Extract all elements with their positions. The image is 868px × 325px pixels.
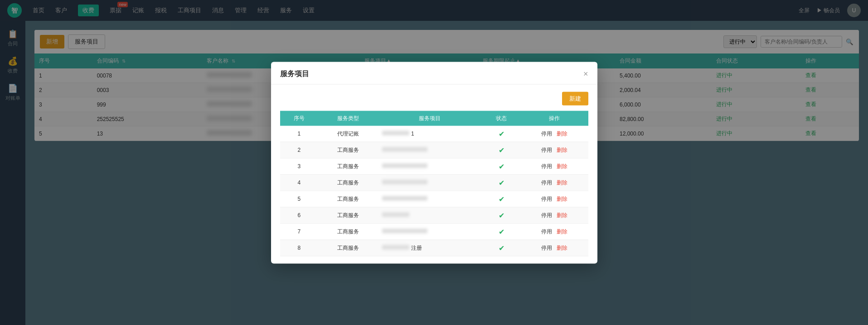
modal-cell-seq: 2 (280, 142, 319, 158)
stop-button[interactable]: 停用 (541, 212, 552, 218)
modal-table-row: 7 工商服务 ✔ 停用 删除 (280, 223, 588, 240)
status-check-icon: ✔ (499, 244, 504, 252)
stop-button[interactable]: 停用 (541, 163, 552, 169)
blurred-content (382, 180, 427, 184)
modal-th-seq: 序号 (280, 111, 319, 126)
modal-cell-service-item (378, 223, 482, 240)
modal-cell-actions: 停用 删除 (521, 175, 588, 191)
status-check-icon: ✔ (499, 146, 504, 154)
modal-cell-service-item: 注册 (378, 240, 482, 256)
modal-cell-service-type: 工商服务 (318, 207, 378, 223)
status-check-icon: ✔ (499, 130, 504, 137)
delete-button[interactable]: 删除 (557, 228, 567, 234)
modal-cell-status: ✔ (482, 240, 521, 256)
modal-table-row: 2 工商服务 ✔ 停用 删除 (280, 142, 588, 158)
modal-cell-actions: 停用 删除 (521, 158, 588, 175)
delete-button[interactable]: 删除 (557, 179, 567, 185)
modal-cell-status: ✔ (482, 191, 521, 207)
status-check-icon: ✔ (499, 195, 504, 203)
modal-cell-service-type: 工商服务 (318, 191, 378, 207)
blurred-content (382, 245, 409, 249)
stop-button[interactable]: 停用 (541, 130, 552, 136)
modal-table-header: 序号 服务类型 服务项目 状态 操作 (280, 111, 588, 126)
modal-table-row: 8 工商服务 注册 ✔ 停用 删除 (280, 240, 588, 256)
modal-th-action: 操作 (521, 111, 588, 126)
modal-cell-service-item (378, 142, 482, 158)
delete-button[interactable]: 删除 (557, 163, 567, 169)
modal-cell-actions: 停用 删除 (521, 223, 588, 240)
blurred-content (382, 164, 427, 168)
new-service-button[interactable]: 新建 (562, 92, 588, 105)
modal-cell-service-item (378, 191, 482, 207)
status-check-icon: ✔ (499, 179, 504, 186)
modal-cell-status: ✔ (482, 223, 521, 240)
modal-title: 服务项目 (280, 69, 309, 78)
modal-cell-actions: 停用 删除 (521, 240, 588, 256)
status-check-icon: ✔ (499, 162, 504, 170)
modal-cell-status: ✔ (482, 158, 521, 175)
service-modal: 服务项目 × 新建 序号 服务类型 服务项目 状态 操作 1 代理记账 1 ✔ … (271, 62, 597, 263)
modal-cell-service-type: 工商服务 (318, 142, 378, 158)
modal-table-row: 1 代理记账 1 ✔ 停用 删除 (280, 126, 588, 142)
modal-cell-status: ✔ (482, 126, 521, 142)
modal-cell-seq: 5 (280, 191, 319, 207)
blurred-content (382, 147, 427, 152)
modal-body: 新建 序号 服务类型 服务项目 状态 操作 1 代理记账 1 ✔ 停用 删除 2… (271, 84, 597, 263)
modal-cell-status: ✔ (482, 207, 521, 223)
modal-cell-seq: 3 (280, 158, 319, 175)
modal-table-row: 3 工商服务 ✔ 停用 删除 (280, 158, 588, 175)
modal-cell-service-type: 代理记账 (318, 126, 378, 142)
modal-cell-status: ✔ (482, 142, 521, 158)
modal-cell-seq: 6 (280, 207, 319, 223)
modal-close-button[interactable]: × (583, 70, 588, 78)
stop-button[interactable]: 停用 (541, 195, 552, 202)
delete-button[interactable]: 删除 (557, 130, 567, 136)
modal-cell-actions: 停用 删除 (521, 191, 588, 207)
modal-cell-service-type: 工商服务 (318, 223, 378, 240)
blurred-content (382, 213, 409, 217)
modal-cell-seq: 8 (280, 240, 319, 256)
delete-button[interactable]: 删除 (557, 212, 567, 218)
modal-cell-status: ✔ (482, 175, 521, 191)
status-check-icon: ✔ (499, 228, 504, 235)
modal-th-service-type: 服务类型 (318, 111, 378, 126)
stop-button[interactable]: 停用 (541, 228, 552, 234)
modal-cell-seq: 7 (280, 223, 319, 240)
modal-cell-service-type: 工商服务 (318, 240, 378, 256)
stop-button[interactable]: 停用 (541, 179, 552, 185)
stop-button[interactable]: 停用 (541, 146, 552, 153)
modal-th-service-item: 服务项目 (378, 111, 482, 126)
delete-button[interactable]: 删除 (557, 244, 567, 251)
modal-cell-service-item (378, 158, 482, 175)
modal-cell-actions: 停用 删除 (521, 126, 588, 142)
status-check-icon: ✔ (499, 211, 504, 219)
stop-button[interactable]: 停用 (541, 244, 552, 251)
modal-table-row: 5 工商服务 ✔ 停用 删除 (280, 191, 588, 207)
blurred-content (382, 131, 409, 136)
modal-cell-service-item (378, 175, 482, 191)
modal-cell-actions: 停用 删除 (521, 142, 588, 158)
modal-toolbar: 新建 (280, 92, 588, 105)
modal-table-row: 6 工商服务 ✔ 停用 删除 (280, 207, 588, 223)
modal-cell-service-item: 1 (378, 126, 482, 142)
modal-table-row: 4 工商服务 ✔ 停用 删除 (280, 175, 588, 191)
modal-cell-seq: 1 (280, 126, 319, 142)
service-table: 序号 服务类型 服务项目 状态 操作 1 代理记账 1 ✔ 停用 删除 2 工商… (280, 111, 588, 256)
modal-header: 服务项目 × (271, 62, 597, 84)
delete-button[interactable]: 删除 (557, 146, 567, 153)
delete-button[interactable]: 删除 (557, 195, 567, 202)
modal-cell-actions: 停用 删除 (521, 207, 588, 223)
blurred-content (382, 196, 427, 201)
modal-cell-service-type: 工商服务 (318, 175, 378, 191)
modal-cell-service-type: 工商服务 (318, 158, 378, 175)
modal-cell-seq: 4 (280, 175, 319, 191)
modal-cell-service-item (378, 207, 482, 223)
modal-th-status: 状态 (482, 111, 521, 126)
blurred-content (382, 229, 427, 233)
